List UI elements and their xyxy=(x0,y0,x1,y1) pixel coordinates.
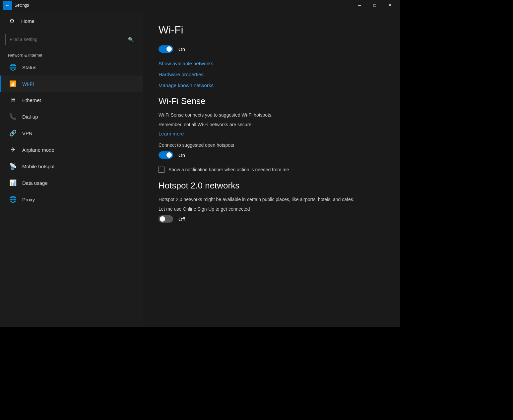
airplane-icon: ✈ xyxy=(9,146,17,153)
sidebar-item-vpn[interactable]: 🔗 VPN xyxy=(0,125,143,141)
wifi-sense-title: Wi-Fi Sense xyxy=(159,96,384,106)
data-usage-icon: 📊 xyxy=(9,179,17,186)
online-signup-label: Let me use Online Sign-Up to get connect… xyxy=(159,206,384,213)
sidebar-item-dialup[interactable]: 📞 Dial-up xyxy=(0,108,143,125)
mobile-hotspot-icon: 📡 xyxy=(9,163,17,170)
sidebar-item-label-airplane: Airplane mode xyxy=(22,147,54,153)
sidebar-item-airplane[interactable]: ✈ Airplane mode xyxy=(0,141,143,158)
connect-hotspots-desc: Connect to suggested open hotspots xyxy=(159,142,384,149)
wifi-sense-desc1: Wi-Fi Sense connects you to suggested Wi… xyxy=(159,112,384,119)
connect-hotspots-toggle-row: On xyxy=(159,151,384,159)
home-icon: ⚙ xyxy=(8,17,16,25)
notification-checkbox[interactable] xyxy=(159,167,164,173)
wifi-toggle-label: On xyxy=(178,46,185,52)
window-controls: ─ □ ✕ xyxy=(352,0,398,11)
search-input[interactable] xyxy=(6,34,125,45)
titlebar: ← Settings ─ □ ✕ xyxy=(0,0,400,11)
search-container: 🔍 xyxy=(0,31,143,50)
sidebar-item-wifi[interactable]: 📶 Wi-Fi xyxy=(0,76,143,92)
sidebar-item-label-data-usage: Data usage xyxy=(22,180,48,186)
sidebar-item-label-dialup: Dial-up xyxy=(22,114,38,120)
sidebar-item-mobile-hotspot[interactable]: 📡 Mobile hotspot xyxy=(0,158,143,175)
sidebar-item-label-ethernet: Ethernet xyxy=(22,97,41,103)
ethernet-icon: 🖥 xyxy=(9,97,17,104)
online-signup-toggle-row: Off xyxy=(159,215,384,223)
sidebar-item-ethernet[interactable]: 🖥 Ethernet xyxy=(0,92,143,108)
show-available-networks-link[interactable]: Show available networks xyxy=(159,61,384,66)
app-layout: ⚙ Home 🔍 Network & Internet 🌐 Status 📶 W… xyxy=(0,11,400,327)
search-box: 🔍 xyxy=(5,34,137,45)
hotspot-desc: Hotspot 2.0 networks might be available … xyxy=(159,196,384,203)
sidebar-item-proxy[interactable]: 🌐 Proxy xyxy=(0,191,143,208)
online-signup-toggle[interactable] xyxy=(159,215,173,223)
titlebar-title: Settings xyxy=(15,3,352,8)
home-label: Home xyxy=(21,18,34,24)
vpn-icon: 🔗 xyxy=(9,130,17,137)
main-content: Wi-Fi On Show available networks Hardwar… xyxy=(143,11,400,327)
proxy-icon: 🌐 xyxy=(9,196,17,203)
wifi-toggle[interactable] xyxy=(159,45,173,53)
sidebar-item-label-proxy: Proxy xyxy=(22,197,35,202)
wifi-sense-desc2: Remember, not all Wi-Fi networks are sec… xyxy=(159,121,384,128)
back-button[interactable]: ← xyxy=(3,1,12,10)
sidebar: ⚙ Home 🔍 Network & Internet 🌐 Status 📶 W… xyxy=(0,11,143,327)
sidebar-item-status[interactable]: 🌐 Status xyxy=(0,59,143,76)
hardware-properties-link[interactable]: Hardware properties xyxy=(159,72,384,77)
close-button[interactable]: ✕ xyxy=(382,0,398,11)
sidebar-item-label-mobile-hotspot: Mobile hotspot xyxy=(22,164,55,169)
manage-known-networks-link[interactable]: Manage known networks xyxy=(159,82,384,88)
connect-hotspots-toggle[interactable] xyxy=(159,151,173,159)
notification-checkbox-label: Show a notification banner when action i… xyxy=(168,167,289,172)
online-signup-toggle-label: Off xyxy=(178,216,185,222)
sidebar-nav: 🌐 Status 📶 Wi-Fi 🖥 Ethernet 📞 Dial-up 🔗 xyxy=(0,59,143,208)
learn-more-link[interactable]: Learn more xyxy=(159,131,384,136)
status-icon: 🌐 xyxy=(9,64,17,71)
search-icon-button[interactable]: 🔍 xyxy=(125,34,137,45)
sidebar-section-label: Network & Internet xyxy=(0,50,143,59)
hotspot-title: Hotspot 2.0 networks xyxy=(159,181,384,191)
home-button[interactable]: ⚙ Home xyxy=(0,11,143,31)
sidebar-item-label-status: Status xyxy=(22,65,36,70)
sidebar-item-data-usage[interactable]: 📊 Data usage xyxy=(0,175,143,191)
connect-hotspots-toggle-label: On xyxy=(178,152,185,158)
notification-checkbox-row: Show a notification banner when action i… xyxy=(159,167,384,173)
wifi-icon: 📶 xyxy=(9,80,17,87)
dialup-icon: 📞 xyxy=(9,113,17,120)
sidebar-item-label-wifi: Wi-Fi xyxy=(22,81,34,87)
maximize-button[interactable]: □ xyxy=(367,0,382,11)
page-title: Wi-Fi xyxy=(159,24,384,36)
minimize-button[interactable]: ─ xyxy=(352,0,367,11)
wifi-toggle-row: On xyxy=(159,45,384,53)
sidebar-item-label-vpn: VPN xyxy=(22,131,32,136)
